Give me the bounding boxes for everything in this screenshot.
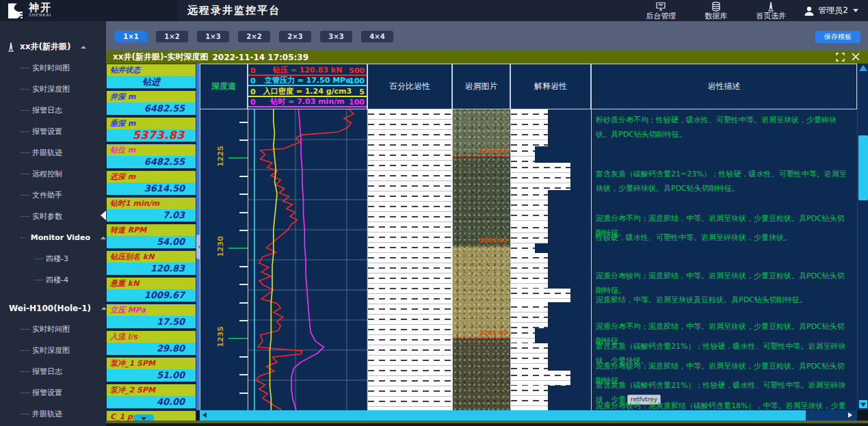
param-value: 29.80	[107, 343, 196, 355]
tree-item-label: 实时时间图	[32, 324, 70, 334]
layout-button-3x3[interactable]: 3×3	[320, 31, 352, 42]
param-value: 钻进	[107, 76, 196, 88]
derrick-icon	[765, 1, 776, 12]
tree-leaf-item[interactable]: 报警设置	[0, 121, 106, 142]
scroll-down-icon[interactable]	[859, 400, 867, 408]
tree-connector	[21, 350, 29, 351]
depth-minor-tick	[239, 374, 248, 375]
param-label: 泵冲_1 SPM	[107, 358, 196, 369]
tree-leaf-item[interactable]: 四楼-4	[0, 269, 106, 291]
param-value: 5373.83	[107, 129, 196, 142]
param-label: 转速 RPM	[107, 224, 196, 236]
save-template-button[interactable]: 保存模板	[815, 31, 860, 43]
tree-leaf-item[interactable]: 四楼-3	[0, 248, 106, 269]
fullscreen-icon[interactable]	[836, 53, 845, 62]
nav-database[interactable]: 数据库	[705, 1, 727, 21]
tree-item-label: xx井(新井眼)	[20, 41, 70, 53]
close-icon[interactable]	[852, 53, 860, 61]
param-label: 迟深 m	[107, 171, 196, 183]
chevron-down-icon	[853, 9, 858, 12]
column-header-depth: 深度道	[200, 64, 248, 109]
nav-monitor[interactable]: 后台管理	[646, 1, 676, 21]
param-value: 3614.50	[107, 183, 196, 195]
layout-button-1x1[interactable]: 1×1	[115, 31, 147, 42]
tree-item-label: 实时深度图	[32, 84, 70, 94]
layout-buttons: 1×11×21×32×22×33×34×4	[115, 31, 393, 42]
sidebar-collapse-handle[interactable]	[101, 211, 106, 220]
layout-button-1x2[interactable]: 1×2	[156, 31, 188, 42]
database-icon	[711, 1, 722, 12]
depth-minor-tick	[239, 392, 248, 394]
tree-item-label: 文件助手	[32, 190, 62, 200]
interp-lithology-segment	[511, 343, 548, 371]
tree-leaf-item[interactable]: 实时深度图	[0, 340, 106, 361]
user-name: 管理员2	[818, 5, 848, 16]
curve-legend-row: 0入口密度 = 1.24 g/cm35	[248, 87, 367, 97]
column-header-label: 岩性描述	[708, 81, 741, 92]
tree-leaf-item[interactable]: 实时参数	[0, 206, 106, 227]
depth-minor-tick	[239, 194, 248, 195]
param-card: 井深 m6482.55	[106, 90, 196, 116]
logo-text: 神开	[29, 3, 52, 12]
layout-button-4x4[interactable]: 4×4	[361, 31, 393, 42]
layout-button-1x3[interactable]: 1×3	[197, 31, 229, 42]
vertical-scroll-thumb[interactable]	[858, 135, 868, 200]
tree-item-label: 报警日志	[32, 367, 62, 377]
photo-depth-label: 1235.02	[479, 330, 508, 336]
column-body-depth: 122512301235	[200, 109, 248, 410]
tree-leaf-item[interactable]: 井眼轨迹	[0, 142, 106, 163]
interp-lithology-segment	[511, 386, 548, 410]
interp-lithology-segment	[511, 190, 548, 223]
param-label: 钻井状态	[107, 64, 196, 76]
interp-lithology-segment	[511, 328, 535, 343]
tree-connector	[21, 216, 29, 217]
layout-button-2x2[interactable]: 2×2	[238, 31, 270, 42]
depth-minor-tick	[239, 139, 248, 141]
curve-legend-row: 0钻压 = 120.83 kN500	[248, 66, 367, 76]
column-header-photo: 岩屑图片	[452, 64, 510, 109]
realtime-params-panel: 钻井状态钻进井深 m6482.55垂深 m5373.83钻位 m6482.55迟…	[106, 64, 196, 423]
column-header-desc: 岩性描述	[591, 64, 857, 109]
depth-minor-tick	[239, 122, 248, 123]
param-card: 悬重 kN1009.67	[106, 277, 196, 302]
tree-item-label: 报警设置	[32, 388, 62, 398]
layout-button-2x3[interactable]: 2×3	[279, 31, 311, 42]
tree-leaf-item[interactable]: 报警日志	[0, 361, 106, 382]
tree-leaf-item[interactable]: 报警日志	[0, 100, 106, 121]
depth-minor-tick	[239, 320, 248, 321]
tree-well-node[interactable]: Wei-H100(Hole-1)	[0, 297, 106, 319]
interp-lithology-segment	[511, 289, 570, 302]
tree-item-label: 远程控制	[32, 169, 62, 179]
tree-leaf-item[interactable]: 实时时间图	[0, 57, 106, 79]
param-value: 120.83	[107, 263, 196, 275]
depth-major-tick	[228, 157, 248, 159]
curve-legend-row: 0立管压力 = 17.50 MPa100	[248, 76, 367, 86]
cuttings-photo-section: 1229.92	[453, 157, 510, 246]
vertical-scrollbar[interactable]	[857, 64, 868, 410]
interp-lithology-segment	[511, 243, 535, 253]
tree-leaf-item[interactable]: 实时深度图	[0, 79, 106, 100]
column-header-pct: 百分比岩性	[367, 64, 452, 109]
app-title: 远程录井监控平台	[187, 4, 280, 17]
scroll-up-icon[interactable]	[859, 65, 867, 71]
tree-group-node[interactable]: Monitor Video	[0, 227, 106, 248]
horizontal-scrollbar[interactable]	[200, 410, 857, 421]
tree-connector	[21, 131, 29, 132]
tree-leaf-item[interactable]: 报警设置	[0, 382, 106, 403]
horizontal-scroll-thumb[interactable]	[211, 410, 806, 421]
tree-leaf-item[interactable]: 远程控制	[0, 163, 106, 185]
tree-leaf-item[interactable]: 实时时间图	[0, 319, 106, 340]
nav-derrick[interactable]: 首页选井	[756, 1, 786, 21]
scroll-right-icon[interactable]	[845, 410, 856, 421]
param-label: 钻位 m	[107, 144, 196, 156]
column-body-pct	[367, 109, 452, 410]
param-card: 钻时1 min/m7.03	[106, 197, 196, 222]
scroll-left-icon[interactable]	[200, 410, 211, 421]
tree-leaf-item[interactable]: 井眼轨迹	[0, 403, 106, 425]
user-menu[interactable]: 管理员2	[804, 5, 858, 16]
app-header: 神开 SHENKAI 远程录井监控平台 后台管理数据库首页选井 管理员2	[0, 0, 868, 21]
well-tree-sidebar: xx井(新井眼)实时时间图实时深度图报警日志报警设置井眼轨迹远程控制文件助手实时…	[0, 21, 106, 426]
tree-leaf-item[interactable]: 文件助手	[0, 185, 106, 206]
tree-well-node[interactable]: xx井(新井眼)	[0, 36, 106, 57]
column-header-label: 解释岩性	[534, 81, 567, 92]
